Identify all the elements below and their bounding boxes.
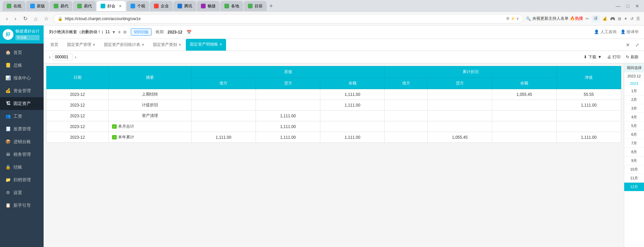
page-input[interactable] <box>53 54 73 60</box>
cell-orig-debit <box>191 111 256 121</box>
address-bar: ‹ › ↻ ⌂ ☆ 🔒 https://cloud.chanjet.com/ac… <box>0 12 644 25</box>
tab-2[interactable]: 新版 <box>26 1 49 11</box>
tab-11[interactable]: 目前 <box>244 1 267 11</box>
new-tab-button[interactable]: + <box>267 3 275 10</box>
period-month-3[interactable]: 3月 <box>624 104 644 113</box>
cell-accum-balance: 1,055.45 <box>492 89 556 100</box>
tab-fixed-category[interactable]: 固定资产类别 ✕ <box>149 39 185 51</box>
sidebar-item-close[interactable]: 结账 <box>0 161 44 174</box>
cell-orig-balance: 1,111.00 <box>320 89 385 100</box>
tab-fixed-category-close[interactable]: ✕ <box>178 43 181 47</box>
tab-1[interactable]: 在线 <box>3 1 25 11</box>
tab-main[interactable]: 首页 <box>46 39 62 51</box>
cell-summary: 资产清理 <box>108 111 191 121</box>
cell-summary: ✓本年累计 <box>108 132 191 143</box>
sidebar-item-fund[interactable]: 资金管理 <box>0 84 44 97</box>
sidebar-item-settings[interactable]: 设置 <box>0 186 44 199</box>
refresh-button[interactable]: ↻ 刷新 <box>626 54 639 60</box>
period-month-11[interactable]: 11月 <box>624 174 644 183</box>
print-button[interactable]: 🖨 打印 <box>607 54 621 60</box>
period-month-7[interactable]: 7月 <box>624 139 644 148</box>
period-month-9[interactable]: 9月 <box>624 157 644 165</box>
tab-fixed-detail-close[interactable]: ✕ <box>219 43 222 46</box>
url-bar[interactable]: 🔒 https://cloud.chanjet.com/accounting/u… <box>53 14 523 23</box>
tab-4[interactable]: 易代 <box>73 1 96 11</box>
tab-fixed-deprec[interactable]: 固定资产折旧统计表 ✕ <box>100 39 148 51</box>
version-switch-button[interactable]: 切到旧版 <box>131 28 152 36</box>
calendar-icon[interactable]: 📅 <box>186 30 192 35</box>
maximize-button[interactable]: □ <box>625 3 631 9</box>
tab-7[interactable]: 企业 <box>150 1 173 11</box>
period-month-5[interactable]: 5月 <box>624 122 644 130</box>
next-page-button[interactable]: › <box>75 54 76 60</box>
cell-date: 2023-12 <box>47 121 109 132</box>
sidebar-item-fixed[interactable]: 固定资产 <box>0 97 44 110</box>
tab-fixed-detail[interactable]: 固定资产明细账 ✕ <box>186 39 226 51</box>
history-icon[interactable]: ↺ <box>630 16 634 21</box>
col-accum-debit: 借方 <box>385 78 428 89</box>
cell-net-value: 55.55 <box>556 89 621 100</box>
game-icon[interactable]: 🎮 <box>610 16 615 21</box>
tab-3[interactable]: 易代 <box>50 1 72 11</box>
expand-tab-button[interactable]: ⤢ <box>633 42 641 48</box>
period-month-4[interactable]: 4月 <box>624 113 644 122</box>
period-2023-12-selected[interactable]: 2023.12 <box>624 72 644 80</box>
period-month-2[interactable]: 2月 <box>624 96 644 104</box>
home-button[interactable]: ⌂ <box>32 15 40 22</box>
tab-fixed-mgmt[interactable]: 固定资产管理 ✕ <box>63 39 99 51</box>
cell-net-value: 1,111.00 <box>556 100 621 111</box>
period-label: 账期 <box>156 29 164 35</box>
period-month-10[interactable]: 10月 <box>624 165 644 174</box>
scissors-icon[interactable]: ✂ <box>586 16 589 21</box>
translate-icon[interactable]: 译 <box>592 15 600 22</box>
add-account-button[interactable]: + <box>118 29 121 35</box>
close-window-button[interactable]: ✕ <box>633 3 641 9</box>
grid-icon[interactable]: ⊞ <box>618 16 621 21</box>
brightness-icon[interactable]: ☀ <box>624 16 628 21</box>
bookmark-button[interactable]: ☆ <box>42 15 51 22</box>
sidebar-item-stock[interactable]: 进销台账 <box>0 135 44 148</box>
period-month-12[interactable]: 12月 <box>624 183 644 191</box>
close-tab-button[interactable]: ✕ <box>624 42 632 48</box>
sidebar-item-home[interactable]: 首页 <box>0 46 44 59</box>
download-button[interactable]: ⬇ 下载 ▼ <box>584 54 602 60</box>
forward-button[interactable]: › <box>12 15 18 22</box>
tab-fixed-deprec-close[interactable]: ✕ <box>142 43 144 47</box>
menu-icon[interactable]: ☰ <box>636 16 640 21</box>
prev-page-button[interactable]: ‹ <box>49 54 51 60</box>
sidebar-item-report[interactable]: 报表中心 <box>0 72 44 84</box>
tab-5-close[interactable]: ✕ <box>119 4 122 8</box>
guide-icon <box>5 203 11 208</box>
sidebar-item-archive[interactable]: 归档管理 <box>0 174 44 186</box>
support-button[interactable]: 👤 人工咨询 <box>594 29 616 35</box>
tab-5-active[interactable]: 好会 ✕ <box>97 1 126 11</box>
sidebar-item-ledger[interactable]: 总账 <box>0 59 44 72</box>
minimize-button[interactable]: — <box>614 3 623 9</box>
back-button[interactable]: ‹ <box>4 15 10 22</box>
download-icon: ⬇ <box>584 55 587 59</box>
tab-10[interactable]: 各地 <box>220 1 243 11</box>
reload-button[interactable]: ↻ <box>21 15 30 22</box>
col-accum-balance: 余额 <box>492 78 556 89</box>
tab-fixed-mgmt-close[interactable]: ✕ <box>93 43 95 47</box>
dropdown-icon[interactable]: ▼ <box>112 30 116 35</box>
sidebar-item-guide[interactable]: 新手引导 <box>0 199 44 212</box>
cell-date: 2023-12 <box>47 89 109 100</box>
cell-date: 2023-12 <box>47 132 109 143</box>
period-month-8[interactable]: 8月 <box>624 148 644 157</box>
sidebar-item-payroll[interactable]: 工资 <box>0 110 44 123</box>
sidebar-item-tax[interactable]: 税务管理 <box>0 148 44 161</box>
settings-small-icon[interactable]: ⚙ <box>123 30 127 35</box>
logo-icon: 好 <box>3 29 13 40</box>
invoice-icon <box>5 126 11 132</box>
period-month-1[interactable]: 1月 <box>624 87 644 96</box>
wallet-icon[interactable]: 💰 <box>602 16 607 21</box>
tab-9[interactable]: 畅捷 <box>197 1 220 11</box>
sidebar-item-invoice[interactable]: 发票管理 <box>0 123 44 135</box>
period-month-6[interactable]: 6月 <box>624 130 644 139</box>
user-avatar[interactable]: 👤 徐译华 <box>621 29 639 35</box>
cell-accum-balance <box>492 121 556 132</box>
tab-8[interactable]: 腾讯 <box>173 1 196 11</box>
tab-bar: 在线 新版 易代 易代 好会 ✕ 个税 企业 腾讯 <box>0 0 644 12</box>
tab-6[interactable]: 个税 <box>126 1 149 11</box>
